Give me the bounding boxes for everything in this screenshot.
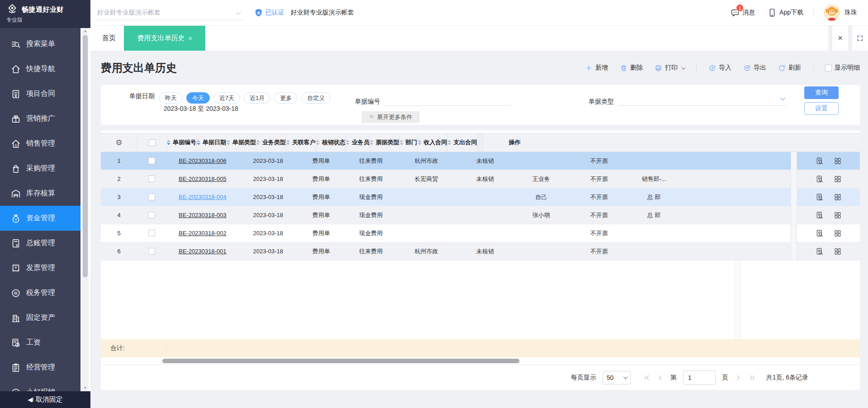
column-header[interactable]: 票据类型 (369, 133, 399, 152)
sort-arrows-icon[interactable] (286, 140, 290, 145)
show-detail-toggle[interactable]: 显示明细 (825, 64, 860, 72)
sort-arrows-icon[interactable] (346, 140, 349, 145)
import-button[interactable]: 导入 (708, 64, 731, 72)
account-set-select[interactable]: 好业财专业版演示帐套 (97, 5, 244, 20)
column-header[interactable]: 收入合同 (417, 133, 447, 152)
print-button[interactable]: 打印 (655, 64, 684, 72)
scroll-down-arrow[interactable]: ▼ (82, 385, 89, 391)
date-pill[interactable]: 近1月 (244, 92, 270, 104)
select-all-checkbox[interactable] (149, 139, 156, 146)
sort-arrows-icon[interactable] (448, 140, 451, 145)
unpin-sidebar-button[interactable]: ◀‖ 取消固定 (0, 391, 90, 408)
table-row[interactable]: 4 BE-20230318-003 2023-03-18 费用单 现金费用 张小… (101, 206, 860, 224)
more-actions-grid-icon[interactable] (834, 175, 842, 183)
view-detail-icon[interactable] (816, 247, 824, 256)
date-pill[interactable]: 昨天 (159, 92, 183, 104)
column-header[interactable]: 单据编号 (166, 133, 196, 152)
table-row[interactable]: 1 BE-20230318-006 2023-03-18 费用单 往来费用 杭州… (101, 152, 860, 170)
doc-no-link[interactable]: BE-20230318-002 (179, 230, 226, 237)
row-checkbox[interactable] (148, 194, 155, 200)
app-download-button[interactable]: App下载 (768, 8, 803, 17)
column-header[interactable]: 单据日期 (196, 133, 226, 152)
doc-no-link[interactable]: BE-20230318-003 (179, 212, 226, 218)
sidebar-item[interactable]: 搜索菜单 (0, 32, 80, 57)
delete-button[interactable]: 删除 (620, 64, 643, 72)
refresh-button[interactable]: 刷新 (778, 64, 801, 72)
search-button[interactable]: 查询 (804, 86, 839, 99)
doc-type-select[interactable] (618, 94, 787, 106)
sort-arrows-icon[interactable] (370, 140, 373, 145)
per-page-select[interactable]: 50 (603, 371, 631, 384)
sort-arrows-icon[interactable] (400, 140, 403, 145)
sidebar-item[interactable]: 经营管理 (0, 355, 80, 380)
tab-expense-history[interactable]: 费用支出单历史 × (124, 26, 205, 51)
sidebar-item[interactable]: ¥ 发票管理 (0, 256, 80, 280)
sidebar-item[interactable]: 营销推广 (0, 106, 80, 131)
more-actions-grid-icon[interactable] (834, 247, 842, 256)
view-detail-icon[interactable] (816, 211, 824, 219)
page-number-input[interactable] (683, 370, 716, 385)
sidebar-item[interactable]: $ 销售管理 (0, 131, 80, 156)
column-header[interactable]: 关联客户 (286, 133, 316, 152)
row-checkbox[interactable] (148, 157, 155, 164)
table-row[interactable]: 3 BE-20230318-004 2023-03-18 费用单 现金费用 自己… (101, 188, 860, 206)
close-all-tabs-button[interactable]: × (832, 26, 848, 51)
sort-arrows-icon[interactable] (316, 140, 320, 145)
horizontal-scrollbar-thumb[interactable] (162, 359, 519, 363)
doc-no-input[interactable] (385, 94, 511, 106)
more-actions-grid-icon[interactable] (834, 211, 842, 219)
column-header[interactable]: 支出合同 (447, 133, 477, 152)
avatar[interactable] (824, 5, 840, 21)
sort-arrows-icon[interactable] (197, 140, 200, 145)
prev-page-icon[interactable] (657, 374, 664, 381)
scrollbar-thumb[interactable] (83, 35, 88, 277)
export-button[interactable]: 导出 (743, 64, 766, 72)
sidebar-item[interactable]: ¥ 资金管理 (0, 206, 80, 231)
sort-arrows-icon[interactable] (418, 140, 421, 145)
column-header[interactable]: 业务类型 (256, 133, 286, 152)
scrollbar-track[interactable]: ▲ ▼ (82, 28, 89, 391)
show-detail-checkbox[interactable] (825, 65, 832, 71)
more-actions-grid-icon[interactable] (834, 157, 842, 165)
doc-no-link[interactable]: BE-20230318-005 (179, 176, 226, 182)
sort-arrows-icon[interactable] (256, 140, 260, 145)
sidebar-item[interactable]: 库存核算 (0, 181, 80, 206)
fullscreen-button[interactable] (852, 26, 868, 51)
scroll-up-arrow[interactable]: ▲ (82, 28, 89, 34)
view-detail-icon[interactable] (816, 175, 824, 183)
sidebar-item[interactable]: 快捷导航 (0, 57, 80, 81)
messages-button[interactable]: 1 消息 (731, 8, 755, 17)
sidebar-item[interactable]: 小好报销 (0, 380, 80, 391)
column-header[interactable]: 核销状态 (316, 133, 345, 152)
sidebar-item[interactable]: 税 税务管理 (0, 280, 80, 305)
expand-more-filters-button[interactable]: 展开更多条件 (362, 111, 420, 123)
last-page-icon[interactable] (748, 374, 755, 381)
tab-home[interactable]: 首页 (94, 26, 124, 51)
view-detail-icon[interactable] (816, 157, 824, 165)
sidebar-item[interactable]: 项目合同 (0, 81, 80, 106)
sidebar-scrollbar[interactable]: ▲ ▼ (80, 28, 90, 391)
row-checkbox[interactable] (148, 176, 155, 182)
row-checkbox[interactable] (148, 212, 155, 218)
date-pill[interactable]: 更多 (274, 92, 297, 104)
column-settings-gear-icon[interactable]: ⚙ (115, 138, 122, 147)
first-page-icon[interactable] (643, 374, 651, 381)
row-checkbox[interactable] (148, 230, 155, 237)
date-pill[interactable]: 今天 (186, 92, 210, 104)
doc-no-link[interactable]: BE-20230318-001 (179, 248, 226, 255)
sidebar-item[interactable]: 固定资产 (0, 305, 80, 330)
sidebar-item[interactable]: 工资 (0, 330, 80, 355)
next-page-icon[interactable] (735, 374, 742, 381)
settings-button[interactable]: 设置 (804, 102, 839, 115)
row-checkbox[interactable] (148, 248, 155, 255)
sidebar-item[interactable]: ¥ 总账管理 (0, 231, 80, 256)
more-actions-grid-icon[interactable] (834, 229, 842, 237)
table-row[interactable]: 5 BE-20230318-002 2023-03-18 费用单 现金费用 不开… (101, 224, 860, 242)
doc-no-link[interactable]: BE-20230318-004 (179, 194, 226, 200)
sort-arrows-icon[interactable] (226, 140, 230, 145)
view-detail-icon[interactable] (816, 193, 824, 201)
sidebar-item[interactable]: 采购管理 (0, 156, 80, 181)
tab-close-icon[interactable]: × (188, 35, 192, 42)
date-pill[interactable]: 自定义 (301, 92, 330, 104)
column-header[interactable]: 部门 (399, 133, 417, 152)
